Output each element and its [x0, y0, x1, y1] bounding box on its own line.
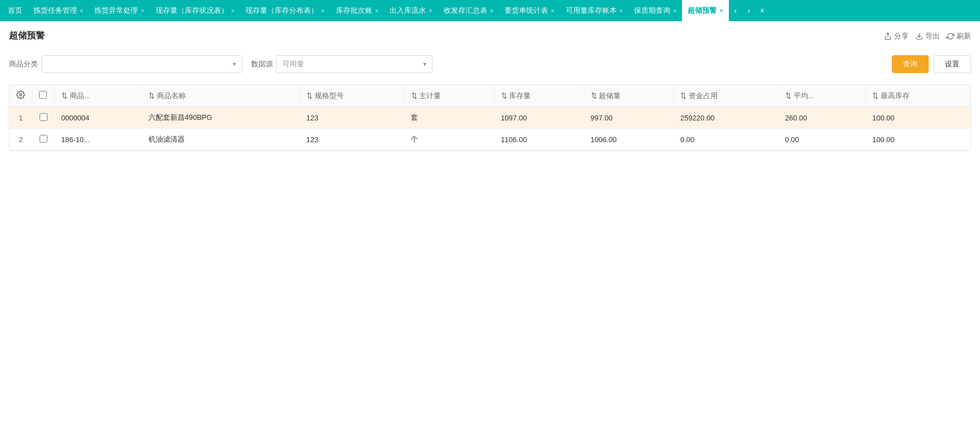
col-capital: ⇅ 资金占用: [674, 85, 779, 107]
page-container: 超储预警 分享 导出 刷新 商品分类 ▾ 数据源: [0, 21, 980, 446]
col-product-code: ⇅ 商品...: [55, 85, 142, 107]
nav-bar: 首页 拣货任务管理 × 拣货异常处理 × 现存量（库存状况表） × 现存量（库存…: [0, 0, 980, 21]
select-all-checkbox[interactable]: [39, 91, 47, 99]
avg: 0.00: [778, 129, 865, 151]
category-select[interactable]: ▾: [41, 55, 242, 73]
product-code: 0000004: [55, 107, 142, 129]
nav-more-arrow[interactable]: ×: [756, 0, 769, 21]
refresh-button[interactable]: 刷新: [947, 31, 971, 41]
close-icon[interactable]: ×: [231, 7, 234, 14]
col-settings: [9, 85, 32, 107]
chevron-down-icon: ▾: [423, 60, 426, 68]
page-header: 超储预警 分享 导出 刷新: [9, 30, 971, 42]
col-max-stock: ⇅ 最高库存: [866, 85, 971, 107]
nav-item-10[interactable]: 保质期查询 ×: [628, 0, 682, 21]
row-checkbox[interactable]: [40, 135, 47, 143]
nav-item-9[interactable]: 可用量库存账本 ×: [560, 0, 628, 21]
nav-item-5[interactable]: 库存批次账 ×: [330, 0, 384, 21]
unit: 个: [404, 129, 494, 151]
close-icon[interactable]: ×: [141, 7, 144, 14]
nav-item-11-active[interactable]: 超储预警 ×: [682, 0, 728, 21]
col-unit: ⇅ 主计量: [404, 85, 494, 107]
row-checkbox[interactable]: [40, 113, 47, 121]
gear-icon[interactable]: [16, 90, 25, 99]
col-overstock: ⇅ 超储量: [584, 85, 674, 107]
data-table: ⇅ 商品... ⇅ 商品名称 ⇅ 规格型号 ⇅ 主计量: [9, 85, 971, 151]
datasource-filter: 数据源 可用量 ▾: [251, 55, 433, 73]
category-label: 商品分类: [9, 59, 38, 69]
query-button[interactable]: 查询: [892, 55, 929, 73]
spec: 123: [300, 129, 405, 151]
col-spec: ⇅ 规格型号: [300, 85, 405, 107]
header-actions: 分享 导出 刷新: [884, 31, 971, 41]
close-icon[interactable]: ×: [719, 7, 723, 14]
max-stock: 100.00: [866, 129, 971, 151]
chevron-down-icon: ▾: [233, 60, 236, 68]
category-filter: 商品分类 ▾: [9, 55, 242, 73]
col-checkbox: [32, 85, 55, 107]
filter-bar: 商品分类 ▾ 数据源 可用量 ▾ 查询 设置: [9, 51, 971, 77]
overstock: 1006.00: [584, 129, 674, 151]
col-product-name: ⇅ 商品名称: [142, 85, 300, 107]
nav-item-6[interactable]: 出入库流水 ×: [384, 0, 438, 21]
export-icon: [915, 32, 923, 40]
col-avg: ⇅ 平均...: [778, 85, 865, 107]
nav-next-arrow[interactable]: ›: [742, 0, 756, 21]
stock: 1106.00: [494, 129, 584, 151]
stock: 1097.00: [494, 107, 584, 129]
max-stock: 100.00: [866, 107, 971, 129]
export-button[interactable]: 导出: [915, 31, 940, 41]
svg-point-2: [20, 94, 22, 96]
product-name: 机油滤清器: [142, 129, 300, 151]
close-icon[interactable]: ×: [490, 7, 493, 14]
nav-item-1[interactable]: 拣货任务管理 ×: [28, 0, 89, 21]
row-checkbox-cell: [32, 107, 55, 129]
product-code: 186-10...: [55, 129, 142, 151]
nav-item-7[interactable]: 收发存汇总表 ×: [438, 0, 499, 21]
datasource-label: 数据源: [251, 59, 273, 69]
close-icon[interactable]: ×: [375, 7, 378, 14]
unit: 套: [404, 107, 494, 129]
datasource-select[interactable]: 可用量 ▾: [276, 55, 433, 73]
table-row: 1 0000004 六配套新昌490BPG 123 套 1097.00 997.…: [9, 107, 971, 129]
table-row: 2 186-10... 机油滤清器 123 个 1106.00 1006.00 …: [9, 129, 971, 151]
nav-item-home[interactable]: 首页: [2, 0, 28, 21]
nav-item-8[interactable]: 要货单统计表 ×: [499, 0, 560, 21]
col-stock: ⇅ 库存量: [494, 85, 584, 107]
avg: 260.00: [778, 107, 865, 129]
nav-item-3[interactable]: 现存量（库存状况表） ×: [150, 0, 240, 21]
product-name: 六配套新昌490BPG: [142, 107, 300, 129]
share-icon: [884, 32, 892, 40]
table-header-row: ⇅ 商品... ⇅ 商品名称 ⇅ 规格型号 ⇅ 主计量: [9, 85, 971, 107]
row-checkbox-cell: [32, 129, 55, 151]
close-icon[interactable]: ×: [429, 7, 432, 14]
nav-item-4[interactable]: 现存量（库存分布表） ×: [240, 0, 330, 21]
nav-prev-arrow[interactable]: ‹: [729, 0, 742, 21]
overstock: 997.00: [584, 107, 674, 129]
close-icon[interactable]: ×: [321, 7, 324, 14]
close-icon[interactable]: ×: [673, 7, 676, 14]
close-icon[interactable]: ×: [551, 7, 554, 14]
row-number: 2: [9, 129, 32, 151]
settings-button[interactable]: 设置: [933, 55, 971, 73]
data-table-wrapper: ⇅ 商品... ⇅ 商品名称 ⇅ 规格型号 ⇅ 主计量: [9, 84, 971, 151]
capital: 0.00: [674, 129, 779, 151]
share-button[interactable]: 分享: [884, 31, 909, 41]
row-number: 1: [9, 107, 32, 129]
close-icon[interactable]: ×: [619, 7, 623, 14]
capital: 259220.00: [674, 107, 779, 129]
table-body: 1 0000004 六配套新昌490BPG 123 套 1097.00 997.…: [9, 107, 971, 151]
spec: 123: [300, 107, 405, 129]
refresh-icon: [947, 32, 954, 40]
filter-actions: 查询 设置: [892, 55, 971, 73]
page-title: 超储预警: [9, 30, 45, 42]
close-icon[interactable]: ×: [80, 7, 83, 14]
nav-item-2[interactable]: 拣货异常处理 ×: [89, 0, 150, 21]
